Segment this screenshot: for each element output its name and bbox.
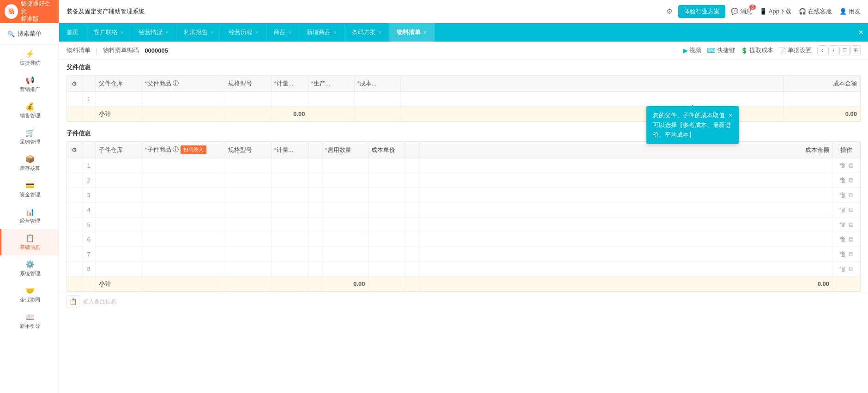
child-row-unit-cost[interactable] — [368, 232, 405, 247]
child-row-warehouse[interactable] — [96, 188, 142, 203]
sidebar-item-basic-info[interactable]: 📋基础信息 — [0, 229, 59, 255]
child-row-warehouse[interactable] — [96, 247, 142, 262]
child-row-warehouse[interactable] — [96, 232, 142, 247]
child-row-needed[interactable] — [322, 188, 368, 203]
nav-tab-home[interactable]: 首页 — [59, 23, 86, 42]
child-row-needed[interactable] — [322, 262, 368, 277]
child-row-warehouse[interactable] — [96, 173, 142, 188]
delete-row-icon[interactable]: 🗑 — [839, 250, 846, 258]
doc-settings-action[interactable]: 📄 单据设置 — [779, 46, 812, 54]
shortcut-action[interactable]: ⌨ 快捷键 — [707, 46, 735, 54]
delete-row-icon[interactable]: 🗑 — [839, 221, 846, 229]
nav-tab-bom[interactable]: 物料清单 × — [389, 23, 434, 42]
child-row-unit-cost[interactable] — [368, 247, 405, 262]
copy-row-icon[interactable]: ⧉ — [849, 236, 853, 243]
parent-row-cost[interactable] — [354, 92, 400, 107]
child-row-needed[interactable] — [322, 173, 368, 188]
sidebar-item-quick-nav[interactable]: ⚡快捷导航 — [0, 45, 59, 71]
child-row-product[interactable] — [142, 188, 225, 203]
sidebar-item-sales[interactable]: 💰销售管理 — [0, 97, 59, 124]
child-row-needed[interactable] — [322, 203, 368, 218]
child-row-product[interactable] — [142, 158, 225, 173]
tab-close-icon[interactable]: × — [423, 30, 426, 35]
child-row-product[interactable] — [142, 232, 225, 247]
child-row-spec[interactable] — [225, 188, 271, 203]
tab-close-icon[interactable]: × — [255, 30, 258, 35]
settings-icon[interactable]: ⚙ — [666, 7, 673, 16]
expand-button[interactable]: ⊞ — [850, 45, 861, 55]
copy-row-icon[interactable]: ⧉ — [849, 191, 853, 199]
online-service-badge[interactable]: 🎧 在线客服 — [799, 7, 832, 16]
sidebar-item-operations[interactable]: 📊经营管理 — [0, 203, 59, 229]
delete-row-icon[interactable]: 🗑 — [839, 236, 846, 243]
nav-tab-profit[interactable]: 利润报告 × — [176, 23, 221, 42]
child-row-unit-cost[interactable] — [368, 262, 405, 277]
child-row-unit[interactable] — [271, 173, 308, 188]
tab-close-icon[interactable]: × — [121, 30, 123, 35]
child-row-product[interactable] — [142, 173, 225, 188]
parent-row-warehouse[interactable] — [96, 92, 142, 107]
tab-close-icon[interactable]: × — [211, 30, 213, 35]
cost-action[interactable]: 💲 提取成本 — [741, 46, 773, 54]
child-row-spec[interactable] — [225, 262, 271, 277]
delete-row-icon[interactable]: 🗑 — [839, 176, 846, 184]
tab-close-icon[interactable]: × — [379, 30, 381, 35]
app-download-badge[interactable]: 📱 App下载 — [760, 7, 791, 16]
child-row-spec[interactable] — [225, 203, 271, 218]
sidebar-item-marketing[interactable]: 📢营销推广 — [0, 71, 59, 97]
child-row-product[interactable] — [142, 262, 225, 277]
child-row-unit[interactable] — [271, 188, 308, 203]
copy-row-icon[interactable]: ⧉ — [849, 265, 853, 273]
try-button[interactable]: 体验行业方案 — [678, 5, 725, 18]
child-row-unit-cost[interactable] — [368, 188, 405, 203]
sidebar-item-purchase[interactable]: 🛒采购管理 — [0, 124, 59, 150]
delete-row-icon[interactable]: 🗑 — [839, 162, 846, 169]
child-row-unit[interactable] — [271, 232, 308, 247]
parent-row-spec[interactable] — [225, 92, 271, 107]
child-row-unit-cost[interactable] — [368, 173, 405, 188]
sidebar-item-finance[interactable]: 💳资金管理 — [0, 176, 59, 203]
child-row-unit[interactable] — [271, 262, 308, 277]
child-row-needed[interactable] — [322, 232, 368, 247]
child-row-needed[interactable] — [322, 247, 368, 262]
prev-page-button[interactable]: ‹ — [817, 45, 827, 55]
copy-row-icon[interactable]: ⧉ — [849, 221, 853, 229]
copy-row-icon[interactable]: ⧉ — [849, 176, 853, 184]
view-action[interactable]: ▶ 视频 — [683, 46, 701, 54]
menu-view-button[interactable]: ☰ — [839, 45, 850, 55]
tab-close-icon[interactable]: × — [333, 30, 336, 35]
message-badge[interactable]: 💬 消息 6 — [731, 7, 752, 16]
child-row-spec[interactable] — [225, 158, 271, 173]
child-row-unit-cost[interactable] — [368, 203, 405, 218]
parent-row-unit[interactable] — [271, 92, 308, 107]
search-menu-button[interactable]: 🔍 搜索菜单 — [4, 27, 55, 41]
child-row-spec[interactable] — [225, 247, 271, 262]
nav-tab-new-product[interactable]: 新增商品 × — [299, 23, 344, 42]
nav-tab-product[interactable]: 商品 × — [266, 23, 299, 42]
child-row-unit[interactable] — [271, 218, 308, 232]
nav-tab-operations[interactable]: 经营情况 × — [131, 23, 176, 42]
bottom-icon[interactable]: 📋 — [66, 295, 79, 308]
child-row-warehouse[interactable] — [96, 158, 142, 173]
child-row-unit[interactable] — [271, 247, 308, 262]
copy-row-icon[interactable]: ⧉ — [849, 162, 853, 169]
child-row-unit[interactable] — [271, 158, 308, 173]
nav-tab-history[interactable]: 经营历程 × — [221, 23, 266, 42]
delete-row-icon[interactable]: 🗑 — [839, 206, 846, 214]
nav-tab-barcode[interactable]: 条码方案 × — [344, 23, 389, 42]
tab-close-icon[interactable]: × — [165, 30, 168, 35]
parent-row-product[interactable] — [142, 92, 225, 107]
child-row-spec[interactable] — [225, 232, 271, 247]
sidebar-item-system[interactable]: ⚙️系统管理 — [0, 255, 59, 282]
child-row-warehouse[interactable] — [96, 262, 142, 277]
copy-row-icon[interactable]: ⧉ — [849, 206, 853, 214]
child-row-unit[interactable] — [271, 203, 308, 218]
delete-row-icon[interactable]: 🗑 — [839, 191, 846, 199]
sidebar-item-inventory[interactable]: 📦库存核算 — [0, 150, 59, 176]
child-row-unit-cost[interactable] — [368, 158, 405, 173]
next-page-button[interactable]: › — [828, 45, 838, 55]
scan-button[interactable]: 扫码录入 — [181, 145, 206, 154]
sidebar-item-guide[interactable]: 📖新手引导 — [0, 308, 59, 334]
child-row-warehouse[interactable] — [96, 218, 142, 232]
child-row-needed[interactable] — [322, 158, 368, 173]
